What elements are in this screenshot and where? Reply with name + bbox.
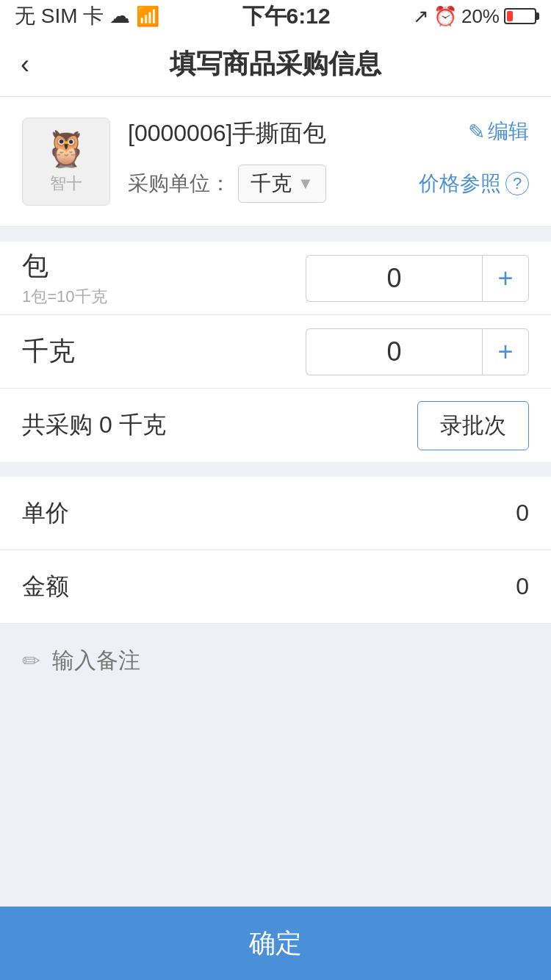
product-image-label: 智十	[50, 173, 82, 195]
kg-label-group: 千克	[22, 334, 81, 370]
amount-row: 金额 0	[0, 550, 551, 624]
bag-plus-icon: +	[497, 263, 513, 294]
alarm-icon: ⏰	[433, 5, 457, 28]
remark-section: ✏	[0, 624, 551, 697]
status-bar: 无 SIM 卡 ☁ 📶 下午6:12 ↗ ⏰ 20%	[0, 0, 551, 32]
nav-bar: ‹ 填写商品采购信息	[0, 32, 551, 97]
kg-plus-icon: +	[497, 336, 513, 367]
sim-status: 无 SIM 卡 ☁	[15, 2, 130, 30]
chevron-down-icon: ▼	[298, 174, 314, 193]
battery-icon	[504, 8, 536, 24]
bag-input-right: +	[107, 255, 529, 302]
product-name: [0000006]手撕面包	[128, 118, 468, 150]
summary-row: 共采购 0 千克 录批次	[0, 389, 551, 462]
status-left: 无 SIM 卡 ☁ 📶	[15, 2, 159, 30]
wifi-icon: 📶	[136, 5, 159, 28]
product-card: 🦉 智十 [0000006]手撕面包 ✎ 编辑 采购单位： 千克 ▼	[0, 97, 551, 227]
unit-label: 采购单位：	[128, 170, 231, 198]
battery-percent: 20%	[461, 5, 500, 28]
kg-number-input[interactable]	[306, 328, 482, 375]
unit-select[interactable]: 千克 ▼	[238, 165, 326, 203]
batch-button[interactable]: 录批次	[417, 401, 529, 450]
amount-value: 0	[516, 573, 529, 600]
bag-number-input[interactable]	[306, 255, 482, 302]
price-ref-label: 价格参照	[419, 170, 501, 198]
amount-label: 金额	[22, 571, 69, 603]
edit-button[interactable]: ✎ 编辑	[468, 118, 529, 145]
edit-label: 编辑	[488, 118, 529, 145]
status-right: ↗ ⏰ 20%	[413, 5, 536, 28]
unit-price-row: 单价 0	[0, 477, 551, 550]
product-unit-row: 采购单位： 千克 ▼ 价格参照 ?	[128, 165, 529, 203]
page-title: 填写商品采购信息	[170, 46, 381, 82]
divider-1	[0, 227, 551, 242]
bag-label: 包	[22, 248, 107, 284]
confirm-label: 确定	[249, 926, 302, 962]
price-info-section: 单价 0 金额 0	[0, 477, 551, 624]
product-header: [0000006]手撕面包 ✎ 编辑	[128, 118, 529, 150]
summary-text: 共采购 0 千克	[22, 409, 166, 442]
back-button[interactable]: ‹	[21, 49, 29, 80]
kg-label: 千克	[22, 334, 81, 370]
help-icon: ?	[505, 172, 529, 195]
status-time: 下午6:12	[242, 1, 331, 32]
kg-input-row: 千克 +	[0, 315, 551, 389]
empty-space	[0, 697, 551, 918]
location-icon: ↗	[413, 5, 429, 28]
pencil-icon: ✏	[22, 648, 40, 674]
price-ref-btn[interactable]: 价格参照 ?	[419, 170, 529, 198]
unit-value: 千克	[251, 170, 292, 198]
divider-2	[0, 462, 551, 477]
product-owl-icon: 🦉	[44, 129, 88, 170]
edit-icon: ✎	[468, 120, 485, 144]
kg-plus-button[interactable]: +	[482, 328, 529, 375]
input-section: 包 1包=10千克 + 千克 +	[0, 242, 551, 389]
unit-price-value: 0	[516, 500, 529, 527]
bag-input-row: 包 1包=10千克 +	[0, 242, 551, 315]
product-info: [0000006]手撕面包 ✎ 编辑 采购单位： 千克 ▼ 价格参照 ?	[128, 118, 529, 203]
remark-input[interactable]	[52, 648, 529, 673]
bag-sub-label: 1包=10千克	[22, 286, 107, 308]
confirm-button[interactable]: 确定	[0, 907, 551, 980]
kg-input-right: +	[81, 328, 529, 375]
bag-label-group: 包 1包=10千克	[22, 248, 107, 308]
unit-price-label: 单价	[22, 497, 69, 530]
bag-plus-button[interactable]: +	[482, 255, 529, 302]
product-image: 🦉 智十	[22, 118, 110, 206]
